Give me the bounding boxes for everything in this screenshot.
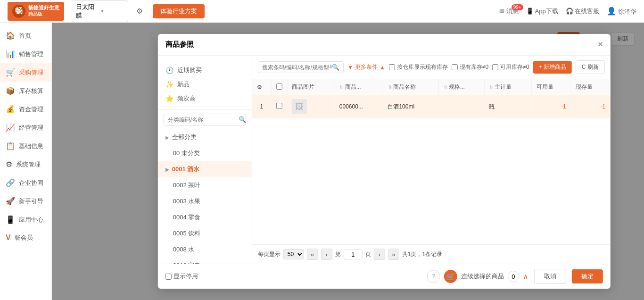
category-panel: 🕐 近期购买 ✨ 新品 ⭐ 频次高 xyxy=(158,56,252,264)
quick-access-section: 🕐 近期购买 ✨ 新品 ⭐ 频次高 xyxy=(158,59,252,110)
category-00[interactable]: 00 未分类 xyxy=(158,145,252,161)
checkbox-available-nonzero[interactable]: 可用库存≠0 xyxy=(492,63,529,71)
category-0002[interactable]: 0002 茶叶 xyxy=(158,177,252,193)
sidebar-item-management[interactable]: 📈 经营管理 xyxy=(0,118,51,137)
cart-count-badge: 0 xyxy=(508,271,519,282)
product-search-input[interactable] xyxy=(262,64,332,71)
category-0008[interactable]: 0008 水 xyxy=(158,242,252,258)
checkbox-available-input[interactable] xyxy=(492,64,498,70)
sidebar-item-enterprise[interactable]: 🔗 企业协同 xyxy=(0,174,51,192)
sidebar-item-basic-info[interactable]: 📋 基础信息 xyxy=(0,137,51,155)
col-unit-label: 主计量 xyxy=(495,83,512,90)
th-spec[interactable]: ⇅ 规格... xyxy=(438,79,484,95)
sidebar-label-system: 系统管理 xyxy=(16,160,41,169)
quick-label-new: 新品 xyxy=(177,80,190,89)
enterprise-icon: 🔗 xyxy=(6,178,15,187)
td-image: 🖼 xyxy=(287,95,335,118)
sidebar-item-guide[interactable]: 🚀 新手引导 xyxy=(0,192,51,210)
sidebar-item-member[interactable]: V 畅会员 xyxy=(0,229,51,247)
checkbox-stock-input[interactable] xyxy=(452,64,458,70)
confirm-button[interactable]: 确定 xyxy=(572,269,603,283)
product-search-box: 🔍 xyxy=(258,61,344,73)
th-name[interactable]: ⇅ 商品名称 xyxy=(383,79,438,95)
category-label-0010: 0010 家电 xyxy=(165,261,201,264)
management-icon: 📈 xyxy=(6,123,15,132)
row-checkbox[interactable] xyxy=(276,103,282,109)
th-stock[interactable]: 现存量 xyxy=(571,79,611,95)
category-search-input[interactable] xyxy=(168,117,239,123)
sort-icon-name: ⇅ xyxy=(388,84,392,90)
sidebar-item-apps[interactable]: 📱 应用中心 xyxy=(0,210,51,229)
quick-item-recent[interactable]: 🕐 近期购买 xyxy=(158,63,252,77)
messages-badge: 99+ xyxy=(512,4,523,10)
collapse-panel-button[interactable]: ‹ xyxy=(252,150,252,169)
app-download-link[interactable]: 📱 App下载 xyxy=(526,7,558,16)
sidebar-item-purchase[interactable]: 🛒 采购管理 xyxy=(0,63,51,82)
quick-item-frequent[interactable]: ⭐ 频次高 xyxy=(158,92,252,106)
select-all-checkbox[interactable] xyxy=(276,83,282,90)
logo-title: 畅捷通好生意 xyxy=(28,5,59,11)
checkbox-stock-nonzero[interactable]: 现有库存≠0 xyxy=(452,63,488,71)
messages-button[interactable]: ✉ 消息 99+ xyxy=(499,7,519,16)
category-0004[interactable]: 0004 零食 xyxy=(158,209,252,225)
username: 徐泽华 xyxy=(618,8,636,15)
branch-selector[interactable]: 日太阳膜 ▼ xyxy=(72,0,128,22)
prev-page-button[interactable]: ‹ xyxy=(321,249,332,260)
total-records-label: 共1页，1条记录 xyxy=(402,250,442,258)
checkbox-warehouse-label: 按仓库显示现有库存 xyxy=(397,63,448,71)
td-checkbox xyxy=(271,95,287,118)
per-page-select[interactable]: 50 xyxy=(283,249,304,259)
column-settings-icon[interactable]: ⚙ xyxy=(257,84,262,91)
arrow-icon-0001: ▶ xyxy=(165,167,169,172)
last-page-button[interactable]: » xyxy=(388,249,399,260)
cart-icon-button[interactable]: 🛒 xyxy=(444,270,457,283)
category-0001[interactable]: ▶ 0001 酒水 xyxy=(158,161,252,177)
quick-item-new[interactable]: ✨ 新品 xyxy=(158,77,252,92)
cart-collapse-button[interactable]: ∧ xyxy=(523,272,528,281)
sidebar-item-finance[interactable]: 💰 资金管理 xyxy=(0,100,51,118)
next-page-button[interactable]: › xyxy=(374,249,385,260)
sidebar-item-inventory[interactable]: 📦 库存核算 xyxy=(0,82,51,100)
show-disabled-checkbox[interactable]: 显示停用 xyxy=(165,272,198,281)
category-label-0005: 0005 饮料 xyxy=(165,229,201,238)
show-disabled-input[interactable] xyxy=(165,274,172,280)
th-available[interactable]: 可用量 xyxy=(531,79,570,95)
product-thumbnail: 🖼 xyxy=(292,99,307,114)
sidebar-item-sales[interactable]: 📊 销售管理 xyxy=(0,45,51,63)
sidebar-label-purchase: 采购管理 xyxy=(19,68,43,77)
more-filters-button[interactable]: ▼ 更多条件 ▲ xyxy=(347,63,385,71)
user-menu[interactable]: 👤 徐泽华 xyxy=(607,7,636,16)
page-number-input[interactable] xyxy=(344,250,363,259)
checkbox-available-label: 可用库存≠0 xyxy=(500,63,529,71)
checkbox-warehouse-input[interactable] xyxy=(389,64,395,70)
table-header-row: ⚙ 商品图片 ⇅ xyxy=(252,79,611,95)
product-reference-modal: 商品参照 × 🕐 近期购买 ✨ 新品 xyxy=(158,34,611,289)
category-0005[interactable]: 0005 饮料 xyxy=(158,225,252,242)
page-suffix-label: 页 xyxy=(365,250,371,258)
online-service-link[interactable]: 🎧 在线客服 xyxy=(566,7,600,16)
settings-icon[interactable]: ⚙ xyxy=(132,4,147,19)
th-code[interactable]: ⇅ 商品... xyxy=(335,79,383,95)
th-unit[interactable]: ⇅ 主计量 xyxy=(484,79,531,95)
sidebar-item-system[interactable]: ⚙ 系统管理 xyxy=(0,155,51,174)
first-page-button[interactable]: « xyxy=(307,249,318,260)
page-prefix-label: 第 xyxy=(335,250,341,258)
help-button[interactable]: ? xyxy=(427,270,440,283)
td-code: 000600... xyxy=(335,95,383,118)
modal-close-button[interactable]: × xyxy=(598,40,603,50)
trial-button[interactable]: 体验行业方案 xyxy=(153,4,205,18)
recent-icon: 🕐 xyxy=(165,67,173,74)
category-0010[interactable]: 0010 家电 xyxy=(158,258,252,264)
category-0003[interactable]: 0003 水果 xyxy=(158,193,252,209)
new-product-icon: ✨ xyxy=(165,81,173,88)
category-search-icon: 🔍 xyxy=(239,116,246,123)
refresh-button[interactable]: C 刷新 xyxy=(576,60,605,74)
new-product-button[interactable]: + 新增商品 xyxy=(533,61,571,74)
table-row[interactable]: 1 🖼 000600... xyxy=(252,95,611,118)
sidebar-item-home[interactable]: 🏠 首页 xyxy=(0,26,51,45)
checkbox-warehouse[interactable]: 按仓库显示现有库存 xyxy=(389,63,448,71)
category-all[interactable]: ▶ 全部分类 xyxy=(158,129,252,145)
branch-label: 日太阳膜 xyxy=(76,3,100,20)
cancel-button[interactable]: 取消 xyxy=(534,269,566,284)
cart-label: 连续选择的商品 xyxy=(461,272,504,281)
